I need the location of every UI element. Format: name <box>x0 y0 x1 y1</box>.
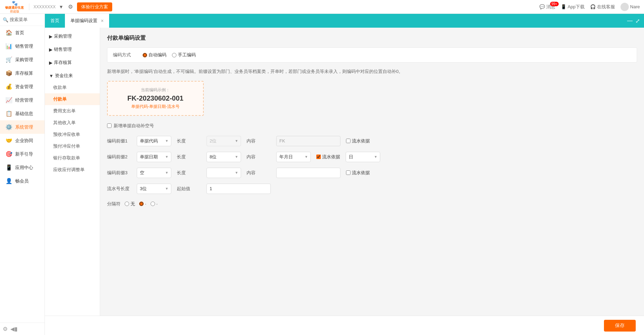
left-menu-sales-header[interactable]: ▶ 销售管理 <box>45 44 100 55</box>
length2-select-wrapper: 8位 <box>206 152 241 162</box>
user-profile[interactable]: Nare <box>621 3 640 11</box>
content1-input <box>276 136 340 146</box>
prefix2-select[interactable]: 单据日期 <box>137 152 171 162</box>
sep-dot2-option[interactable]: · <box>151 201 158 206</box>
user-name: Nare <box>630 4 640 9</box>
length3-select[interactable] <box>206 168 241 178</box>
left-menu-item-expense[interactable]: 费用支出单 <box>45 105 100 117</box>
sidebar-item-enterprise[interactable]: 🤝 企业协同 <box>0 134 45 147</box>
left-menu-finance-header[interactable]: ▼ 资金往来 <box>45 70 100 82</box>
content2-select[interactable]: 年月日 <box>276 152 311 162</box>
experience-btn[interactable]: 体验行业方案 <box>77 2 112 11</box>
content3-input[interactable] <box>276 168 340 178</box>
auto-fill-row: 新增单据自动补空号 <box>107 123 637 129</box>
chevron-right-icon3: ▶ <box>49 60 52 65</box>
serial1-checkbox[interactable] <box>346 139 350 143</box>
sidebar: 🔍 搜索菜单 🏠 首页 📊 销售管理 🛒 采购管理 📦 库存核算 💰 资金管理 … <box>0 14 45 335</box>
serial-length-select[interactable]: 3位 <box>137 184 171 194</box>
start-value-input[interactable]: 1 <box>206 184 271 194</box>
tab-maximize-btn[interactable]: ⤢ <box>635 18 640 24</box>
manual-encode-radio[interactable] <box>172 53 176 57</box>
system-icon: ⚙️ <box>6 124 12 130</box>
manual-encode-label: 手工编码 <box>178 52 196 58</box>
serial1-checkbox-group: 流水依据 <box>346 138 370 144</box>
sep-dot-radio[interactable] <box>139 202 144 206</box>
length1-select-wrapper: 2位 <box>206 136 241 146</box>
finance-icon: 💰 <box>6 83 12 90</box>
sidebar-item-operations[interactable]: 📈 经营管理 <box>0 93 45 107</box>
auto-fill-label: 新增单据自动补空号 <box>114 123 154 129</box>
sidebar-item-basic[interactable]: 📋 基础信息 <box>0 107 45 120</box>
tab-encoding[interactable]: 单据编码设置 × <box>65 14 109 28</box>
left-menu-inventory-header[interactable]: ▶ 库存核算 <box>45 57 100 68</box>
tab-home[interactable]: 首页 <box>45 14 65 28</box>
manual-encode-option[interactable]: 手工编码 <box>172 52 196 58</box>
left-menu-purchase-label: 采购管理 <box>54 33 72 39</box>
left-menu-group-inventory: ▶ 库存核算 <box>45 57 100 68</box>
auto-fill-checkbox[interactable] <box>107 123 112 128</box>
left-menu-purchase-header[interactable]: ▶ 采购管理 <box>45 30 100 42</box>
serial3-checkbox[interactable] <box>346 170 350 175</box>
sidebar-search[interactable]: 🔍 搜索菜单 <box>0 14 45 26</box>
sidebar-item-system[interactable]: ⚙️ 系统管理 <box>0 120 45 134</box>
length2-label: 长度 <box>177 154 201 160</box>
auto-encode-label: 自动编码 <box>148 52 166 58</box>
sidebar-item-purchase[interactable]: 🛒 采购管理 <box>0 53 45 66</box>
tab-minimize-btn[interactable]: — <box>627 18 633 24</box>
top-bar: 🐾 畅捷通好生意 搭超版 XXXXXXXX ▾ ⚙ 体验行业方案 💬 消息 99… <box>0 0 644 14</box>
settings-btn[interactable]: ⚙ <box>67 2 74 11</box>
sidebar-bottom: ⚙ ◀▮ <box>0 323 45 335</box>
dropdown-btn[interactable]: ▾ <box>58 2 64 11</box>
sidebar-item-member[interactable]: 👤 畅会员 <box>0 174 45 188</box>
avatar <box>621 3 629 11</box>
serial2-checkbox[interactable] <box>316 155 321 159</box>
prefix2-select-wrapper: 单据日期 <box>137 152 171 162</box>
sidebar-settings-btn[interactable]: ⚙ <box>3 326 8 332</box>
sep-none-radio[interactable] <box>125 202 129 206</box>
left-menu-item-other-income[interactable]: 其他收入单 <box>45 117 100 129</box>
serial2-label: 流水依据 <box>322 154 340 160</box>
prefix-row-3: 编码前缀3 空 长度 内容 <box>107 168 637 178</box>
left-menu-sales-label: 销售管理 <box>54 46 72 53</box>
sidebar-item-home[interactable]: 🏠 首页 <box>0 26 45 39</box>
app-download-btn[interactable]: 📱 App下载 <box>561 4 585 10</box>
length2-select[interactable]: 8位 <box>206 152 241 162</box>
save-button[interactable]: 保存 <box>604 320 636 332</box>
left-menu-item-prepay-ar[interactable]: 预收冲应收单 <box>45 129 100 140</box>
online-service-btn[interactable]: 🎧 在线客服 <box>590 4 615 10</box>
prefix2-label: 编码前缀2 <box>107 154 131 160</box>
left-menu-item-adjust[interactable]: 应收应付调整单 <box>45 164 100 176</box>
period-select[interactable]: 日 <box>346 152 380 162</box>
guide-icon: 🎯 <box>6 151 12 157</box>
online-service-label: 在线客服 <box>597 4 615 10</box>
sidebar-item-inventory[interactable]: 📦 库存核算 <box>0 66 45 80</box>
auto-encode-option[interactable]: 自动编码 <box>143 52 166 58</box>
left-menu-item-bank[interactable]: 银行存取款单 <box>45 152 100 164</box>
sep-none-option[interactable]: 无 <box>125 201 135 207</box>
sep-none-label: 无 <box>131 201 135 207</box>
prefix3-select[interactable]: 空 <box>137 168 171 178</box>
left-menu-item-prepay-ap[interactable]: 预付冲应付单 <box>45 140 100 152</box>
message-btn[interactable]: 💬 消息 99+ <box>539 4 555 10</box>
content-area: 首页 单据编码设置 × — ⤢ ▶ 采购管理 <box>45 14 644 335</box>
sidebar-label-purchase: 采购管理 <box>15 57 33 63</box>
sidebar-item-apps[interactable]: 📱 应用中心 <box>0 161 45 174</box>
info-text: 新增单据时，'单据编码'自动生成，不可编辑。前缀设置为部门、业务员等档案类，开单… <box>107 68 637 75</box>
sidebar-item-finance[interactable]: 💰 资金管理 <box>0 80 45 93</box>
auto-encode-radio[interactable] <box>143 53 147 57</box>
sep-dot2-radio[interactable] <box>151 202 155 206</box>
sidebar-item-guide[interactable]: 🎯 新手引导 <box>0 147 45 161</box>
purchase-icon: 🛒 <box>6 56 12 63</box>
prefix-row-1: 编码前缀1 单据代码 长度 2位 内容 <box>107 136 637 146</box>
tab-close-btn[interactable]: × <box>101 18 104 24</box>
search-label: 搜索菜单 <box>10 17 28 23</box>
app-sub-name: 搭超版 <box>5 10 24 13</box>
prefix1-select[interactable]: 单据代码 <box>137 136 171 146</box>
sep-dot-option[interactable]: · <box>139 201 146 206</box>
sidebar-item-sales[interactable]: 📊 销售管理 <box>0 39 45 53</box>
content2-select-wrapper: 年月日 <box>276 152 311 162</box>
sidebar-collapse-btn[interactable]: ◀▮ <box>10 326 18 332</box>
company-name: XXXXXXXX <box>33 4 56 9</box>
left-menu-item-receipt[interactable]: 收款单 <box>45 82 100 93</box>
left-menu-item-payment[interactable]: 付款单 <box>45 93 100 105</box>
